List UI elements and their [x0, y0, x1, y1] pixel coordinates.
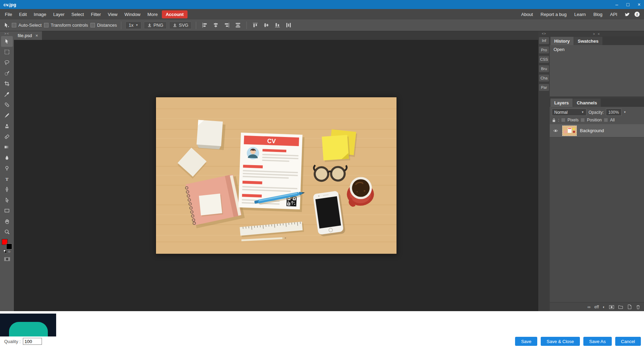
account-button[interactable]: Account [162, 10, 188, 18]
panel-tab-css[interactable]: CSS [539, 56, 549, 63]
path-select-tool[interactable] [1, 195, 13, 206]
tab-swatches[interactable]: Swatches [574, 37, 602, 45]
distribute-vertical-button[interactable] [234, 22, 242, 29]
toolbox-collapse-button[interactable]: >< [5, 31, 10, 36]
menu-filter[interactable]: Filter [87, 10, 104, 18]
menu-more[interactable]: More [144, 10, 161, 18]
save-button[interactable]: Save [515, 337, 537, 346]
maximize-icon[interactable]: □ [626, 2, 629, 7]
layer-effects-button[interactable]: eff [594, 305, 599, 309]
transform-controls-checkbox[interactable]: Transform controls [44, 23, 88, 28]
blend-mode-select[interactable]: Normal ▼ [552, 109, 586, 116]
twitter-icon[interactable] [624, 12, 630, 17]
eyedropper-tool[interactable] [1, 89, 13, 100]
lock-all-checkbox[interactable] [604, 118, 608, 122]
distances-checkbox-box[interactable] [90, 23, 95, 27]
tab-close-icon[interactable]: × [35, 33, 38, 38]
menu-file[interactable]: File [1, 10, 16, 18]
zoom-tool[interactable] [1, 227, 13, 237]
align-right-button[interactable] [223, 22, 231, 29]
quality-input[interactable] [23, 338, 42, 345]
default-colors-icon[interactable] [3, 250, 7, 253]
export-png-button[interactable]: PNG [144, 22, 167, 29]
align-middle-button[interactable] [262, 22, 271, 29]
export-svg-button[interactable]: SVG [169, 22, 192, 29]
zoom-preset-select[interactable]: 1x ▼ [125, 22, 141, 29]
link-api[interactable]: API [607, 10, 621, 18]
type-tool[interactable]: T [1, 174, 13, 185]
document-tab[interactable]: file.psd × [14, 31, 42, 40]
facebook-icon[interactable]: f [634, 11, 640, 17]
background-color-swatch[interactable] [6, 244, 12, 249]
panel-tab-paragraph[interactable]: Par [539, 84, 549, 91]
auto-select-checkbox-box[interactable] [12, 23, 16, 27]
panel-tab-character[interactable]: Cha [539, 75, 549, 82]
clone-stamp-tool[interactable] [1, 121, 13, 131]
minimize-icon[interactable]: – [616, 2, 618, 7]
lock-pixels-checkbox[interactable] [561, 118, 565, 122]
new-group-icon[interactable] [618, 305, 623, 309]
menu-view[interactable]: View [104, 10, 121, 18]
align-top-button[interactable] [251, 22, 260, 29]
save-and-close-button[interactable]: Save & Close [541, 337, 580, 346]
close-icon[interactable]: × [638, 2, 641, 7]
blur-tool[interactable] [1, 153, 13, 163]
cancel-button[interactable]: Cancel [615, 337, 641, 346]
crop-tool[interactable] [1, 78, 13, 89]
distances-checkbox[interactable]: Distances [90, 23, 117, 28]
menu-image[interactable]: Image [30, 10, 50, 18]
distribute-horizontal-button[interactable] [284, 22, 293, 29]
link-blog[interactable]: Blog [590, 10, 606, 18]
link-learn[interactable]: Learn [571, 10, 589, 18]
link-layers-icon[interactable]: ∞ [588, 305, 591, 309]
save-as-button[interactable]: Save As [583, 337, 612, 346]
canvas-image[interactable]: CV [156, 97, 397, 254]
history-step-open[interactable]: Open [550, 45, 644, 54]
pen-tool[interactable] [1, 184, 13, 195]
tab-layers[interactable]: Layers [550, 99, 573, 107]
new-layer-icon[interactable] [627, 304, 632, 309]
gradient-tool[interactable] [1, 142, 13, 153]
panel-tab-properties[interactable]: Pro [539, 46, 549, 53]
dodge-tool[interactable] [1, 163, 13, 174]
delete-layer-icon[interactable] [636, 305, 641, 309]
hand-tool[interactable] [1, 216, 13, 227]
canvas-viewport[interactable]: CV [14, 40, 538, 311]
lasso-tool[interactable] [1, 57, 13, 68]
rectangle-shape-tool[interactable] [1, 205, 13, 216]
align-center-button[interactable] [211, 22, 220, 29]
brush-tool[interactable] [1, 110, 13, 121]
move-tool[interactable] [1, 36, 13, 47]
align-bottom-button[interactable] [273, 22, 282, 29]
adjustment-layer-icon[interactable]: ◐ [603, 305, 605, 309]
layer-mask-icon[interactable] [609, 305, 614, 309]
menu-edit[interactable]: Edit [16, 10, 30, 18]
panel-tab-info[interactable]: Inf [539, 37, 549, 44]
layer-thumbnail[interactable] [562, 126, 577, 136]
tab-channels[interactable]: Channels [573, 99, 601, 107]
rectangle-select-tool[interactable] [1, 47, 13, 58]
link-report-a-bug[interactable]: Report a bug [537, 10, 570, 18]
link-about[interactable]: About [518, 10, 537, 18]
tab-history[interactable]: History [550, 37, 574, 45]
layer-row-background[interactable]: Background [550, 124, 644, 137]
quick-selection-tool[interactable] [1, 68, 13, 79]
menu-layer[interactable]: Layer [50, 10, 68, 18]
layer-thumbnail-image [562, 126, 577, 136]
eraser-tool[interactable] [1, 131, 13, 142]
quick-mask-button[interactable] [4, 256, 10, 263]
swap-colors-icon[interactable]: D [8, 250, 10, 253]
opacity-input[interactable]: 100% [606, 109, 621, 116]
chevron-down-icon[interactable]: ▼ [624, 111, 626, 114]
rail-collapse-button[interactable]: <> [542, 32, 546, 37]
transform-controls-checkbox-box[interactable] [44, 23, 49, 27]
spot-healing-tool[interactable] [1, 100, 13, 110]
panel-tab-brush[interactable]: Bru [539, 65, 549, 72]
menu-select[interactable]: Select [68, 10, 87, 18]
panels-collapse-button[interactable]: > < [550, 31, 644, 36]
layer-visibility-toggle[interactable] [552, 129, 559, 133]
align-left-button[interactable] [200, 22, 209, 29]
menu-window[interactable]: Window [121, 10, 144, 18]
lock-position-checkbox[interactable] [581, 118, 585, 122]
auto-select-checkbox[interactable]: Auto-Select [12, 23, 42, 28]
